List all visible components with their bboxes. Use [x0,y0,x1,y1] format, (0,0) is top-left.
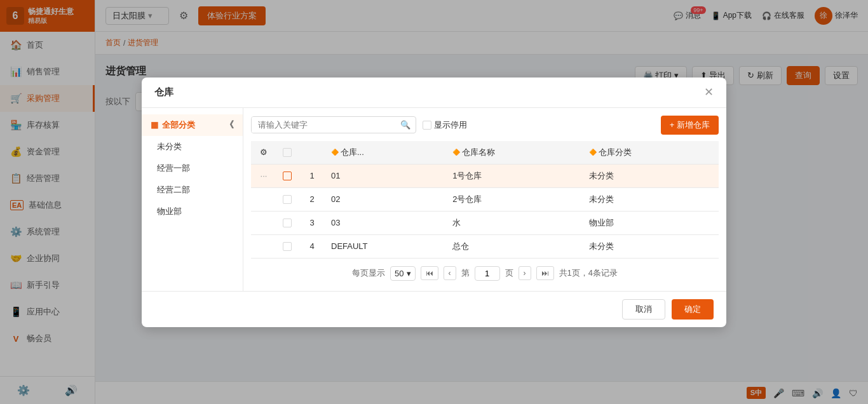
warehouse-modal: 仓库 ✕ ▦ 全部分类 《 未分类 经营一部 经营二部 物业部 [142,77,726,327]
last-page-btn[interactable]: ⏭ [536,266,554,280]
warehouse-table: ⚙ 🔶 仓库... [251,141,719,259]
right-panel: 🔍 显示停用 + 新增仓库 ⚙ [243,108,726,291]
cancel-btn[interactable]: 取消 [622,299,665,320]
add-warehouse-btn[interactable]: + 新增仓库 [661,116,719,135]
row-code: 03 [325,211,446,234]
row-check[interactable] [276,211,299,234]
modal-title: 仓库 [154,86,173,98]
search-wrap: 🔍 [251,116,416,133]
per-page-label: 每页显示 [352,267,385,279]
row-code: 01 [325,164,446,187]
row-name: 水 [446,211,582,234]
grid-icon: ▦ [151,120,158,130]
row-check[interactable] [276,234,299,258]
gear-col-icon: ⚙ [260,147,268,157]
row-category: 未分类 [583,164,719,187]
row-name: 1号仓库 [446,164,582,187]
disabled-checkbox[interactable] [423,121,431,130]
modal-overlay: 仓库 ✕ ▦ 全部分类 《 未分类 经营一部 经营二部 物业部 [0,0,868,404]
row-num: 1 [299,164,325,187]
th-category[interactable]: 🔶 仓库分类 [583,141,719,165]
row-category: 物业部 [583,211,719,234]
row-more-icon[interactable]: ··· [261,171,268,180]
modal-close-btn[interactable]: ✕ [704,86,714,98]
row-name: 2号仓库 [446,187,582,211]
row-gear [251,187,276,211]
table-toolbar: 🔍 显示停用 + 新增仓库 [251,116,719,135]
row-checkbox[interactable] [283,242,292,251]
total-info: 共1页，4条记录 [559,267,618,279]
next-page-btn[interactable]: › [519,266,531,280]
row-checkbox[interactable] [283,195,292,204]
row-gear: ··· [251,164,276,187]
th-code[interactable]: 🔶 仓库... [325,141,446,165]
sort-icon: 🔶 [331,149,339,156]
row-gear [251,234,276,258]
modal-header: 仓库 ✕ [142,77,726,108]
row-code: DEFAULT [325,234,446,258]
page-input[interactable] [475,266,500,281]
row-num: 4 [299,234,325,258]
select-all-checkbox[interactable] [283,148,292,157]
table-header: ⚙ 🔶 仓库... [251,141,719,165]
ok-btn[interactable]: 确定 [672,299,714,320]
row-check[interactable] [276,164,299,187]
th-num [299,141,325,165]
all-categories-btn[interactable]: ▦ 全部分类 《 [142,114,243,136]
category-item-property[interactable]: 物业部 [142,201,243,222]
prev-page-btn[interactable]: ‹ [444,266,456,280]
table-body: ··· 1 01 1号仓库 未分类 2 02 2号仓库 未分类 [251,164,719,258]
per-page-chevron: ▾ [407,269,411,278]
modal-body: ▦ 全部分类 《 未分类 经营一部 经营二部 物业部 🔍 [142,108,726,291]
table-row[interactable]: 4 DEFAULT 总仓 未分类 [251,234,719,258]
left-panel: ▦ 全部分类 《 未分类 经营一部 经营二部 物业部 [142,108,243,291]
pagination: 每页显示 50 ▾ ⏮ ‹ 第 页 › ⏭ 共1页，4条记录 [251,259,719,283]
category-item-ops2[interactable]: 经营二部 [142,179,243,201]
show-disabled-checkbox[interactable]: 显示停用 [423,119,467,131]
row-category: 未分类 [583,234,719,258]
row-num: 2 [299,187,325,211]
row-checkbox[interactable] [283,172,292,180]
modal-footer: 取消 确定 [142,291,726,327]
row-num: 3 [299,211,325,234]
warehouse-table-wrap: ⚙ 🔶 仓库... [251,141,719,259]
row-checkbox[interactable] [283,219,292,227]
per-page-select[interactable]: 50 ▾ [390,266,415,281]
sort-icon2: 🔶 [452,149,460,156]
page-unit: 页 [505,267,513,279]
search-icon[interactable]: 🔍 [395,117,416,133]
first-page-btn[interactable]: ⏮ [421,266,438,280]
th-name[interactable]: 🔶 仓库名称 [446,141,582,165]
category-item-ops1[interactable]: 经营一部 [142,158,243,179]
table-row[interactable]: ··· 1 01 1号仓库 未分类 [251,164,719,187]
table-row[interactable]: 3 03 水 物业部 [251,211,719,234]
row-category: 未分类 [583,187,719,211]
th-check [276,141,299,165]
row-name: 总仓 [446,234,582,258]
row-check[interactable] [276,187,299,211]
row-gear [251,211,276,234]
page-label: 第 [461,267,470,279]
row-code: 02 [325,187,446,211]
table-row[interactable]: 2 02 2号仓库 未分类 [251,187,719,211]
search-input[interactable] [252,117,395,133]
sort-icon3: 🔶 [589,149,597,156]
th-gear: ⚙ [251,141,276,165]
category-item-unclassified[interactable]: 未分类 [142,136,243,158]
collapse-icon[interactable]: 《 [225,119,234,131]
all-categories-label: 全部分类 [162,119,195,131]
